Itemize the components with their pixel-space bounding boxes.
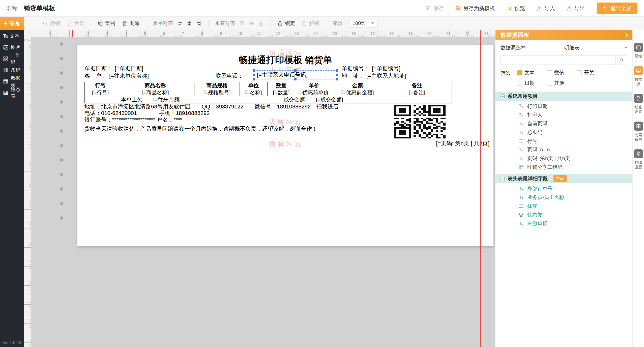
undo-button[interactable]: 撤销 <box>42 20 60 27</box>
filter-number-checkbox[interactable]: 数值 <box>547 69 577 76</box>
ruler-number: 0 <box>41 30 60 37</box>
selection-handle[interactable] <box>336 78 338 80</box>
right-margin-guide[interactable] <box>480 30 481 347</box>
field-customer[interactable]: 客 户： [=往来单位名称] <box>84 72 149 80</box>
import-button[interactable]: 导入 <box>537 5 555 12</box>
item-print-user[interactable]: 打印人 <box>495 111 632 120</box>
shop-qrcode-image[interactable] <box>394 105 446 138</box>
field-phone-label[interactable]: 联系电话： <box>216 72 246 80</box>
align-middle-vertical-icon[interactable] <box>249 21 254 26</box>
notice-text[interactable]: 货物当天请验收清楚，产品质量问题请在一个月内退换，逾期概不负责，还望谅解，谢谢合… <box>84 125 317 133</box>
section-header-footer-fields[interactable]: 表头表尾详细字段 主表 <box>495 174 632 183</box>
tab-properties[interactable]: 属性 <box>634 43 643 59</box>
align-center-horizontal-icon[interactable] <box>187 21 192 26</box>
tab-element-layout[interactable]: 元素布局 <box>634 122 643 142</box>
checkbox-checked-icon[interactable] <box>517 70 522 75</box>
save-button[interactable]: 保存 <box>425 5 444 12</box>
sidebar-item-data-table[interactable]: 数据表 <box>0 76 24 87</box>
row-marker-dot <box>60 42 63 46</box>
sidebar-item-barcode[interactable]: 条码 <box>0 64 24 76</box>
horizontal-align-group: 水平对齐 <box>153 20 202 27</box>
item-rounding[interactable]: 抹零 <box>495 202 632 211</box>
align-left-icon[interactable] <box>177 21 183 26</box>
export-icon <box>567 6 572 11</box>
item-external-order-no[interactable]: 外部订单号 <box>495 184 632 193</box>
watermark-page-footer-area: 页脚区域 <box>77 139 493 150</box>
datasource-select[interactable]: 明细表 <box>564 44 627 51</box>
tab-print-settings[interactable]: 打印设置 <box>634 149 643 169</box>
items-table[interactable]: 行号 商品名称 商品规格 单位 数量 单价 金额 备注 [=行号] [=商品名称… <box>84 82 452 103</box>
filter-option-label: 其他 <box>554 80 564 86</box>
export-button[interactable]: 导出 <box>567 5 585 12</box>
selection-handle[interactable] <box>336 74 338 76</box>
selected-element-phone-field[interactable]: [=主联系人电话号码] <box>254 70 337 79</box>
tab-datasource[interactable]: 数据源 <box>634 66 643 86</box>
field-bill-date[interactable]: 单据日期： [=单据日期] <box>84 65 143 72</box>
align-top-icon[interactable] <box>239 21 245 26</box>
owe-label-cell: 本单上欠： <box>85 96 150 103</box>
item-current-page[interactable]: 当前页码 <box>495 119 632 128</box>
filter-date-checkbox[interactable]: 日期 <box>517 80 547 86</box>
sidebar-item-text[interactable]: 文本 <box>0 30 24 42</box>
selection-handle[interactable] <box>294 78 297 80</box>
save-as-template-button[interactable]: 另存为新模板 <box>455 5 495 12</box>
design-canvas[interactable]: 01234567891011121314151617181920212223 0… <box>24 30 495 347</box>
doc-title[interactable]: 畅捷通打印模板 销货单 <box>77 54 493 66</box>
item-source-bill[interactable]: 来源单据 <box>495 219 632 228</box>
checkbox-icon[interactable] <box>547 81 552 86</box>
copy-button[interactable]: 复制 <box>98 20 115 27</box>
unlock-button[interactable]: 解锁 <box>302 20 319 27</box>
selection-handle[interactable] <box>253 74 255 76</box>
item-page-n-n[interactable]: 页码: n | n <box>495 146 632 154</box>
item-page-full-format[interactable]: 页码: 第n页 | 共n页 <box>495 154 632 163</box>
checkbox-icon[interactable] <box>517 81 522 86</box>
barcode-tool-icon <box>3 67 9 73</box>
page-number-field[interactable]: [=页码: 第n页 | 共n页] <box>436 140 489 147</box>
selection-handle[interactable] <box>294 69 297 72</box>
sidebar-item-image[interactable]: 图片 <box>0 42 24 53</box>
field-label: 客 户： <box>84 72 107 80</box>
sidebar-item-static-table[interactable]: 静态表 <box>0 87 24 98</box>
section-system-common-items[interactable]: 系统常用项目 <box>495 92 632 101</box>
field-bill-number[interactable]: 单据编号： [=单据编号] <box>342 65 400 72</box>
ruler-number: 16 <box>344 30 363 37</box>
tab-paper-settings[interactable]: 纸张设置 <box>634 94 643 114</box>
panel-collapse-icon[interactable] <box>624 33 628 37</box>
exit-fullscreen-button[interactable]: 退出全屏 <box>597 3 637 14</box>
shop-info-block[interactable]: 地址：北京市海淀区北清路68号用友软件园 QQ：393879122 微信号：18… <box>84 103 338 123</box>
ruler-number: 21 <box>439 30 458 37</box>
filter-other-checkbox[interactable]: 其他 <box>547 80 577 86</box>
collapse-icon[interactable] <box>501 94 505 98</box>
checkbox-icon[interactable] <box>547 70 552 75</box>
table-cell: [=规格型号] <box>194 89 240 96</box>
datasource-search-input[interactable] <box>501 55 616 65</box>
item-shop-share-qrcode[interactable]: 旺铺分享二维码 <box>495 163 632 172</box>
ruler-number: 15 <box>325 30 344 37</box>
redo-button[interactable]: 恢复 <box>67 20 84 27</box>
add-element-button[interactable]: 添加 <box>0 17 24 30</box>
sidebar-item-qrcode[interactable]: 二维码 <box>0 53 24 64</box>
delete-button[interactable]: 删除 <box>122 20 139 27</box>
field-address[interactable]: 地 址： [=主联系人地址] <box>342 72 406 80</box>
item-total-pages[interactable]: 总页码 <box>495 128 632 137</box>
filter-text-checkbox[interactable]: 文本 <box>517 69 547 76</box>
preview-button[interactable]: 预览 <box>507 5 525 12</box>
lock-button[interactable]: 锁定 <box>277 20 295 27</box>
field-value: [=单据编号] <box>372 65 400 72</box>
filter-switch-checkbox[interactable]: 开关 <box>577 69 606 76</box>
item-salesperson-name[interactable]: 业务员•员工名称 <box>495 193 632 202</box>
checkbox-icon[interactable] <box>577 70 582 75</box>
item-row-number[interactable]: 行号 <box>495 137 632 146</box>
item-coupon[interactable]: 优惠券 <box>495 211 632 219</box>
selection-handle[interactable] <box>253 78 255 80</box>
align-bottom-icon[interactable] <box>258 21 264 26</box>
selection-handle[interactable] <box>253 69 255 72</box>
align-right-icon[interactable] <box>196 21 202 26</box>
selection-handle[interactable] <box>336 69 338 72</box>
item-print-date[interactable]: 打印日期 <box>495 102 632 111</box>
search-button[interactable] <box>616 55 627 65</box>
collapse-icon[interactable] <box>501 177 505 181</box>
zoom-select[interactable]: 100% <box>349 19 377 28</box>
ruler-number: 3 <box>98 30 117 37</box>
template-document[interactable]: 页眉区域 表头区域 表尾区域 页脚区域 畅捷通打印模板 销货单 单据日期： [=… <box>77 45 493 246</box>
